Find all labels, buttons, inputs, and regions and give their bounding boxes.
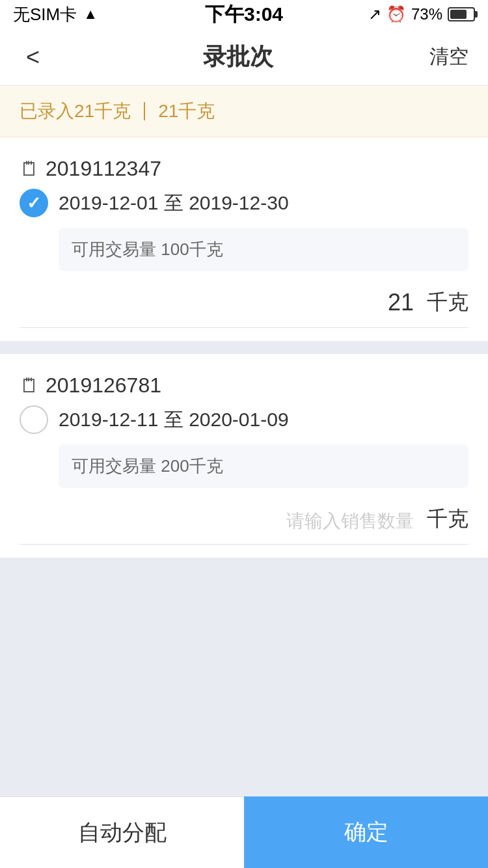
status-right: ↗ ⏰ 73%: [368, 5, 475, 23]
wifi-icon: ▲: [83, 6, 98, 23]
battery-icon: [448, 7, 475, 21]
summary-divider: [144, 102, 145, 120]
unit-label-2: 千克: [427, 505, 468, 534]
batch-doc-icon-2: 🗒: [20, 375, 39, 397]
bottom-bar: 自动分配 确定: [0, 796, 488, 868]
quantity-input-2[interactable]: [122, 506, 414, 533]
date-row-1[interactable]: 2019-12-01 至 2019-12-30: [20, 189, 468, 217]
content-area: 已录入21千克 21千克 🗒 2019112347 2019-12-01 至 2…: [0, 86, 488, 818]
date-range-1: 2019-12-01 至 2019-12-30: [59, 190, 289, 217]
bottom-spacer: [0, 558, 488, 818]
location-icon: ↗: [368, 5, 381, 23]
auto-distribute-button[interactable]: 自动分配: [0, 796, 244, 868]
carrier-text: 无SIM卡: [13, 3, 77, 26]
section-divider: [0, 341, 488, 354]
avail-qty-2: 可用交易量 200千克: [59, 444, 468, 488]
batch-id-2: 2019126781: [46, 373, 161, 398]
already-recorded-label: 已录入21千克: [20, 99, 131, 124]
batch-item-1: 🗒 2019112347 2019-12-01 至 2019-12-30 可用交…: [0, 137, 488, 341]
clear-button[interactable]: 清空: [429, 44, 468, 70]
radio-checked-1[interactable]: [20, 189, 48, 217]
summary-value: 21千克: [158, 99, 215, 124]
input-row-2: 千克: [20, 495, 468, 545]
batch-item-2: 🗒 2019126781 2019-12-11 至 2020-01-09 可用交…: [0, 354, 488, 558]
page-title: 录批次: [203, 41, 273, 73]
nav-bar: < 录批次 清空: [0, 29, 488, 86]
quantity-input-1[interactable]: [122, 289, 414, 316]
back-button[interactable]: <: [20, 37, 46, 77]
batch-header-2: 🗒 2019126781: [20, 373, 468, 398]
date-range-2: 2019-12-11 至 2020-01-09: [59, 407, 289, 433]
unit-label-1: 千克: [427, 288, 468, 317]
status-bar: 无SIM卡 ▲ 下午3:04 ↗ ⏰ 73%: [0, 0, 488, 29]
battery-percent: 73%: [411, 5, 442, 23]
date-row-2[interactable]: 2019-12-11 至 2020-01-09: [20, 405, 468, 434]
radio-unchecked-2[interactable]: [20, 405, 48, 434]
confirm-button[interactable]: 确定: [244, 796, 488, 868]
batch-id-1: 2019112347: [46, 157, 161, 181]
alarm-icon: ⏰: [386, 5, 406, 23]
batch-doc-icon-1: 🗒: [20, 158, 39, 180]
batch-header-1: 🗒 2019112347: [20, 157, 468, 181]
status-time: 下午3:04: [205, 1, 283, 28]
summary-banner: 已录入21千克 21千克: [0, 86, 488, 137]
avail-qty-1: 可用交易量 100千克: [59, 228, 468, 271]
input-row-1: 千克: [20, 278, 468, 328]
status-carrier: 无SIM卡 ▲: [13, 3, 98, 26]
